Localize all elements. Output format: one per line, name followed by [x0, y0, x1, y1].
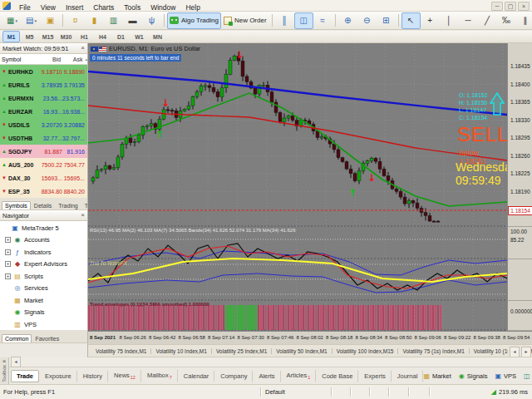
- expander-icon[interactable]: +: [5, 261, 11, 267]
- chart-tab-volatility-50-index-m1[interactable]: Volatility 50 Index,M1: [272, 348, 332, 354]
- toolbox-tab-experts[interactable]: Experts: [358, 370, 391, 382]
- crosshair-button[interactable]: +: [421, 12, 440, 29]
- market-watch-column-bid[interactable]: Bid: [37, 57, 61, 62]
- market-watch-row-dax-30[interactable]: ▼DAX_3015693...15695...: [0, 171, 87, 185]
- chart-tab-volatility-25-index-m1[interactable]: Volatility 25 Index,M1: [212, 348, 272, 354]
- tab-trading[interactable]: Trading: [55, 201, 81, 209]
- chart-tab-volatility-75-index-m1[interactable]: Volatility 75 Index,M1: [91, 348, 151, 354]
- tile-windows-button[interactable]: ⊞: [377, 12, 396, 29]
- expander-icon[interactable]: +: [5, 249, 11, 255]
- timeframe-m1[interactable]: M1: [2, 31, 20, 42]
- navigator-item-scripts[interactable]: +▤Scripts: [0, 270, 87, 283]
- market-watch-row-usdils[interactable]: ▼USDILS3.207203.20882: [0, 118, 87, 131]
- toolbox-tab-alerts[interactable]: Alerts: [253, 370, 280, 382]
- timeframe-m15[interactable]: M15: [39, 31, 57, 42]
- toolbox-tab-exposure[interactable]: Exposure: [39, 370, 77, 382]
- navigator-close-icon[interactable]: ×: [81, 212, 85, 219]
- candlestick-chart-button[interactable]: ◫: [294, 12, 313, 29]
- menu-tools[interactable]: Tools: [119, 2, 145, 12]
- market-watch-close-icon[interactable]: ×: [81, 45, 85, 52]
- market-watch-row-eurzar[interactable]: ▲EURZAR16.93...16.938...: [0, 105, 87, 118]
- market-watch-column-symbol[interactable]: Symbol: [0, 57, 37, 62]
- navigator-item-services[interactable]: ◎Services: [0, 283, 87, 295]
- navigator-item-expert-advisors[interactable]: +◆Expert Advisors: [0, 259, 87, 271]
- market-watch-row-eurils[interactable]: ▲EURILS3.789353.79135: [0, 78, 87, 91]
- toolbox-scroll-left-icon[interactable]: ◂: [11, 357, 21, 367]
- toolbox-tab-articles[interactable]: Articles1: [281, 369, 317, 383]
- menu-window[interactable]: Window: [145, 2, 180, 12]
- timeframe-m30[interactable]: M30: [57, 31, 75, 42]
- horizontal-line-button[interactable]: ─: [459, 12, 478, 29]
- expander-icon[interactable]: +: [5, 237, 11, 243]
- menu-insert[interactable]: Insert: [61, 2, 88, 12]
- menu-file[interactable]: File: [14, 2, 36, 12]
- signals-panel-button[interactable]: ◉Signals: [459, 372, 488, 380]
- scroll-right-icon[interactable]: ▸: [521, 347, 531, 357]
- toolbox-tab-calendar[interactable]: Calendar: [178, 370, 214, 382]
- toolbox-close-icon[interactable]: ×: [0, 358, 8, 365]
- close-button[interactable]: ×: [518, 2, 530, 11]
- menu-view[interactable]: View: [36, 2, 61, 12]
- menu-help[interactable]: Help: [180, 2, 204, 12]
- menu-charts[interactable]: Charts: [88, 2, 119, 12]
- statusbar-profile[interactable]: Default: [265, 388, 285, 396]
- timeframe-h4[interactable]: H4: [94, 31, 111, 42]
- price-axis[interactable]: 1.184351.184001.183651.183301.182951.182…: [507, 43, 532, 331]
- zoom-out-button[interactable]: ⊖: [357, 12, 377, 29]
- navigator-item-signals[interactable]: ◉Signals: [0, 307, 87, 319]
- navigator-item-accounts[interactable]: +◉Accounts: [0, 234, 87, 247]
- tab-favorites[interactable]: Favorites: [32, 334, 62, 342]
- market-watch-row-eurmxn[interactable]: ▲EURMXN23.56...23.573...: [0, 91, 87, 105]
- new-order-button[interactable]: New Order: [221, 12, 269, 29]
- restore-button[interactable]: ▢: [505, 2, 516, 11]
- algo-trading-button[interactable]: Algo Trading: [167, 12, 221, 29]
- timeframe-mn[interactable]: MN: [149, 31, 166, 42]
- chart-tab-volatility-75-1s-index-m1[interactable]: Volatility 75 (1s) Index,M1: [398, 348, 469, 354]
- market-watch-scrollbar[interactable]: ▴: [85, 57, 87, 62]
- toolbox-tab-mailbox[interactable]: Mailbox7: [141, 369, 178, 383]
- profiles-button[interactable]: ▤▾: [22, 12, 41, 29]
- chart-tab-volatility-10-index-m1[interactable]: Volatility 10 Index,M1: [151, 348, 211, 354]
- cursor-button[interactable]: ↖: [401, 12, 421, 29]
- toolbox-tab-history[interactable]: History: [77, 370, 108, 382]
- timeframe-m5[interactable]: M5: [21, 31, 38, 42]
- vertical-line-button[interactable]: │: [440, 12, 459, 29]
- navigator-item-indicators[interactable]: +ƒIndicators: [0, 246, 87, 259]
- market-watch-row-aus-200[interactable]: ▲AUS_2007500.227504.77: [0, 158, 87, 171]
- market-panel-button[interactable]: ▦Market: [423, 372, 451, 380]
- minimize-button[interactable]: ─: [491, 2, 503, 11]
- fibonacci-button[interactable]: ‰: [497, 12, 516, 29]
- market-watch-toggle-button[interactable]: ¤: [66, 12, 85, 29]
- timeframe-h1[interactable]: H1: [76, 31, 93, 42]
- toolbox-toggle-button[interactable]: ▬: [123, 12, 142, 29]
- tester-toggle-button[interactable]: ψ: [142, 12, 161, 29]
- toolbox-tab-news[interactable]: News12: [108, 369, 141, 383]
- data-window-button[interactable]: ▮: [85, 12, 104, 29]
- navigator-item-vps[interactable]: ▥VPS: [0, 318, 87, 330]
- timeframe-d1[interactable]: D1: [112, 31, 130, 42]
- tab-common[interactable]: Common: [2, 334, 32, 342]
- trendline-button[interactable]: ╱: [478, 12, 497, 29]
- chart-tab-volatility-100-index-m15[interactable]: Volatility 100 Index,M15: [332, 348, 399, 354]
- market-watch-row-sgdjpy[interactable]: ▲SGDJPY81.88781.916: [0, 145, 87, 158]
- line-chart-button[interactable]: ≈: [313, 12, 332, 29]
- tab-symbols[interactable]: Symbols: [2, 201, 31, 209]
- scroll-left-icon[interactable]: ◂: [510, 347, 520, 357]
- channel-button[interactable]: ∥: [516, 12, 532, 29]
- market-watch-row-eurhkd[interactable]: ▼EURHKD9.187109.18890: [0, 65, 87, 78]
- navigator-toggle-button[interactable]: ▥: [104, 12, 123, 29]
- timeframe-w1[interactable]: W1: [131, 31, 148, 42]
- toolbox-tab-code-base[interactable]: Code Base: [316, 370, 358, 382]
- toolbox-tab-journal[interactable]: Journal: [392, 370, 424, 382]
- market-watch-row-esp-35[interactable]: ▼ESP_358834.808840.20: [0, 185, 87, 198]
- market-watch-row-usdthb[interactable]: ▼USDTHB32.77...32.797...: [0, 131, 87, 145]
- bar-chart-button[interactable]: ║: [275, 12, 294, 29]
- price-chart[interactable]: ↓↓↓↑↑: [88, 43, 507, 331]
- time-axis[interactable]: 8 Sep 20218 Sep 06:268 Sep 06:428 Sep 06…: [88, 331, 532, 344]
- tab-tick-chart[interactable]: Tick Chart: [81, 201, 88, 209]
- zoom-in-button[interactable]: ⊕: [338, 12, 357, 29]
- toolbox-tab-trade[interactable]: Trade: [11, 370, 39, 382]
- vps-panel-button[interactable]: ▣VPS: [495, 372, 516, 380]
- navigator-item-metatrader-5[interactable]: ▣MetaTrader 5: [0, 222, 87, 234]
- tab-details[interactable]: Details: [31, 201, 55, 209]
